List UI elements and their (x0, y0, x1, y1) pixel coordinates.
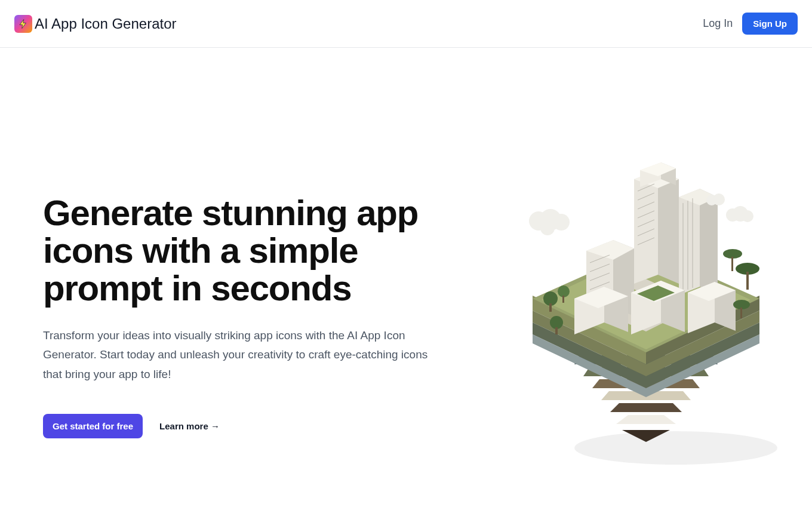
svg-point-67 (553, 214, 570, 231)
hero-section: Generate stunning app icons with a simpl… (0, 48, 812, 513)
isometric-city-illustration (497, 143, 795, 478)
svg-rect-54 (549, 303, 552, 312)
svg-marker-30 (679, 189, 700, 295)
svg-marker-2 (616, 415, 676, 424)
svg-rect-60 (746, 272, 749, 290)
svg-rect-56 (562, 296, 564, 303)
lightning-icon (18, 19, 29, 29)
header: AI App Icon Generator Log In Sign Up (0, 0, 812, 48)
brand[interactable]: AI App Icon Generator (14, 15, 176, 33)
signup-button[interactable]: Sign Up (742, 13, 798, 35)
svg-rect-62 (731, 257, 733, 271)
login-link[interactable]: Log In (703, 17, 733, 30)
hero-image (497, 84, 795, 513)
learn-more-link[interactable]: Learn more → (159, 421, 220, 431)
hero-content: Generate stunning app icons with a simpl… (43, 158, 473, 438)
hero-actions: Get started for free Learn more → (43, 414, 473, 438)
svg-point-73 (713, 193, 725, 205)
header-actions: Log In Sign Up (703, 13, 798, 35)
hero-subtitle: Transform your ideas into visually strik… (43, 326, 437, 384)
svg-point-71 (742, 210, 753, 222)
get-started-button[interactable]: Get started for free (43, 414, 143, 438)
svg-marker-3 (610, 403, 682, 412)
svg-rect-64 (740, 308, 742, 318)
svg-point-0 (574, 431, 777, 465)
svg-rect-58 (555, 327, 558, 334)
svg-point-57 (550, 316, 563, 329)
logo-icon (14, 15, 32, 33)
svg-point-68 (540, 221, 555, 235)
svg-marker-18 (658, 170, 679, 284)
hero-title: Generate stunning app icons with a simpl… (43, 194, 473, 307)
brand-name: AI App Icon Generator (35, 16, 176, 32)
